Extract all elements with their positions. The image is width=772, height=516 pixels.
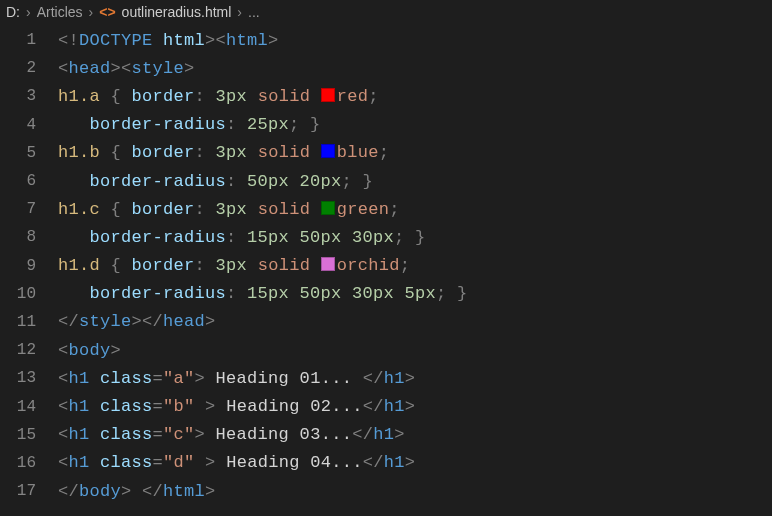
line-number: 16 xyxy=(0,454,58,472)
chevron-right-icon: › xyxy=(26,4,31,20)
line-number: 8 xyxy=(0,228,58,246)
breadcrumb-drive[interactable]: D: xyxy=(6,4,20,20)
breadcrumb[interactable]: D: › Articles › <> outlineradius.html › … xyxy=(0,0,772,26)
code-line[interactable]: 15 <h1 class="c"> Heading 03...</h1> xyxy=(0,421,772,449)
code-line[interactable]: 5 h1.b { border: 3px solid blue; xyxy=(0,139,772,167)
color-swatch-icon[interactable] xyxy=(321,257,335,271)
code-line[interactable]: 10 border-radius: 15px 50px 30px 5px; } xyxy=(0,280,772,308)
code-line[interactable]: 8 border-radius: 15px 50px 30px; } xyxy=(0,223,772,251)
line-number: 15 xyxy=(0,426,58,444)
line-number: 4 xyxy=(0,116,58,134)
breadcrumb-file[interactable]: outlineradius.html xyxy=(122,4,232,20)
line-number: 12 xyxy=(0,341,58,359)
line-number: 1 xyxy=(0,31,58,49)
code-line[interactable]: 11 </style></head> xyxy=(0,308,772,336)
code-line[interactable]: 1 <!DOCTYPE html><html> xyxy=(0,26,772,54)
chevron-right-icon: › xyxy=(237,4,242,20)
color-swatch-icon[interactable] xyxy=(321,144,335,158)
code-line[interactable]: 16 <h1 class="d" > Heading 04...</h1> xyxy=(0,449,772,477)
line-number: 17 xyxy=(0,482,58,500)
breadcrumb-folder[interactable]: Articles xyxy=(37,4,83,20)
code-line[interactable]: 17 </body> </html> xyxy=(0,477,772,505)
line-number: 10 xyxy=(0,285,58,303)
line-number: 2 xyxy=(0,59,58,77)
code-line[interactable]: 4 border-radius: 25px; } xyxy=(0,111,772,139)
code-line[interactable]: 14 <h1 class="b" > Heading 02...</h1> xyxy=(0,392,772,420)
code-line[interactable]: 13 <h1 class="a"> Heading 01... </h1> xyxy=(0,364,772,392)
line-number: 5 xyxy=(0,144,58,162)
code-line[interactable]: 9 h1.d { border: 3px solid orchid; xyxy=(0,252,772,280)
code-editor[interactable]: 1 <!DOCTYPE html><html> 2 <head><style> … xyxy=(0,26,772,505)
code-line[interactable]: 3 h1.a { border: 3px solid red; xyxy=(0,82,772,110)
color-swatch-icon[interactable] xyxy=(321,88,335,102)
line-number: 3 xyxy=(0,87,58,105)
line-number: 11 xyxy=(0,313,58,331)
color-swatch-icon[interactable] xyxy=(321,201,335,215)
line-number: 14 xyxy=(0,398,58,416)
code-line[interactable]: 2 <head><style> xyxy=(0,54,772,82)
code-line[interactable]: 6 border-radius: 50px 20px; } xyxy=(0,167,772,195)
line-number: 6 xyxy=(0,172,58,190)
line-number: 7 xyxy=(0,200,58,218)
line-number: 13 xyxy=(0,369,58,387)
breadcrumb-ellipsis[interactable]: ... xyxy=(248,4,260,20)
chevron-right-icon: › xyxy=(89,4,94,20)
line-number: 9 xyxy=(0,257,58,275)
code-line[interactable]: 12 <body> xyxy=(0,336,772,364)
code-line[interactable]: 7 h1.c { border: 3px solid green; xyxy=(0,195,772,223)
html-file-icon: <> xyxy=(99,4,115,20)
